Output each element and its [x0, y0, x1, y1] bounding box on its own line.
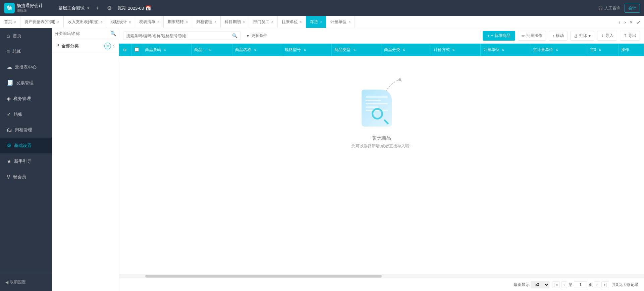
- prev-page-button[interactable]: ‹: [561, 281, 567, 288]
- tab-next-button[interactable]: ›: [623, 19, 627, 26]
- category-search-input[interactable]: [55, 31, 110, 36]
- left-panel: 🔍 ⠿ 全部分类 ✏ ‹: [52, 28, 119, 291]
- tab-tax[interactable]: 税表清单 ×: [135, 16, 164, 28]
- empty-illustration: [355, 76, 409, 130]
- account-button[interactable]: 会计: [625, 4, 640, 13]
- product-search-icon[interactable]: 🔍: [232, 33, 237, 38]
- tab-partner[interactable]: 往来单位 ×: [278, 16, 306, 28]
- sidebar-item-home[interactable]: ⌂ 首页: [0, 28, 52, 44]
- tab-close-all-button[interactable]: ×: [629, 19, 634, 26]
- tab-dept[interactable]: 部门员工 ×: [249, 16, 278, 28]
- tab-close-unit[interactable]: ×: [348, 20, 351, 24]
- col-category: 商品分类 ⇅: [381, 44, 431, 56]
- sort-type-icon[interactable]: ⇅: [353, 48, 356, 52]
- tab-period-end[interactable]: 期末结转 ×: [164, 16, 192, 28]
- sidebar-item-report[interactable]: ☁ 云报表中心: [0, 59, 52, 75]
- sidebar-item-invoice[interactable]: 🧾 发票管理: [0, 75, 52, 91]
- tab-close-archive[interactable]: ×: [214, 20, 216, 24]
- tab-close-subject[interactable]: ×: [243, 20, 245, 24]
- sort-barcode-icon[interactable]: ⇅: [163, 48, 166, 52]
- sort-unit-icon[interactable]: ⇅: [502, 48, 504, 52]
- settings-icon[interactable]: ⚙: [105, 4, 114, 12]
- add-icon: +: [487, 34, 490, 38]
- sort-spec-icon[interactable]: ⇅: [304, 48, 306, 52]
- sort-code-icon[interactable]: ⇅: [208, 48, 211, 52]
- page-label-pre: 第: [569, 282, 573, 288]
- sidebar-item-settle[interactable]: ✓ 结账: [0, 106, 52, 122]
- tab-close-inventory[interactable]: ×: [320, 20, 322, 24]
- tab-asset[interactable]: 资产负债表(中期) ×: [20, 16, 64, 28]
- calendar-icon[interactable]: 📅: [145, 5, 151, 11]
- import-icon: ⤓: [601, 34, 604, 38]
- tab-income[interactable]: 收入支出表(年报) ×: [64, 16, 107, 28]
- tab-close-home[interactable]: ×: [14, 20, 16, 24]
- tab-close-partner[interactable]: ×: [300, 20, 302, 24]
- inner-content: 🔍 ⠿ 全部分类 ✏ ‹ 🔍: [52, 28, 644, 291]
- table-container: ⚙ 商品条码 ⇅ 商品... ⇅: [119, 44, 644, 274]
- collapse-panel-button[interactable]: ‹: [113, 43, 115, 49]
- company-selector[interactable]: 基层工会测试 ▼: [58, 5, 90, 11]
- select-all-checkbox[interactable]: [135, 47, 139, 52]
- tab-close-template[interactable]: ×: [129, 20, 131, 24]
- page-number-input[interactable]: [574, 281, 587, 288]
- last-page-button[interactable]: ▸|: [601, 281, 609, 288]
- tab-expand-button[interactable]: ⤢: [635, 19, 642, 26]
- unpin-button[interactable]: ◀ 取消固定: [0, 277, 52, 288]
- col-action: 操作: [619, 44, 644, 56]
- filter-button[interactable]: ▼ 更多条件: [243, 32, 270, 40]
- basic-settings-icon: ⚙: [7, 142, 11, 149]
- category-search-icon[interactable]: 🔍: [110, 31, 116, 36]
- sort-price-mode-icon[interactable]: ⇅: [452, 48, 455, 52]
- tab-close-dept[interactable]: ×: [271, 20, 273, 24]
- col-main-unit: 主计量单位 ⇅: [530, 44, 587, 56]
- print-dropdown-icon: ▾: [589, 34, 591, 38]
- sort-main3-icon[interactable]: ⇅: [599, 48, 601, 52]
- toolbar-right: + + 新增商品 ✏ 批量操作 ↑ 移动 🖨: [483, 31, 640, 41]
- category-label: 全部分类: [61, 43, 79, 49]
- period-label: 账期: [118, 5, 126, 11]
- sidebar-item-archive[interactable]: 🗂 归档管理: [0, 122, 52, 138]
- col-settings[interactable]: ⚙: [119, 44, 131, 56]
- print-button[interactable]: 🖨 打印 ▾: [570, 31, 594, 41]
- horizontal-scrollbar[interactable]: [119, 274, 644, 278]
- category-edit-button[interactable]: ✏: [104, 43, 111, 49]
- tab-close-asset[interactable]: ×: [57, 20, 59, 24]
- tab-inventory[interactable]: 存货 ×: [306, 16, 326, 28]
- sort-name-icon[interactable]: ⇅: [254, 48, 257, 52]
- col-checkbox[interactable]: [131, 44, 142, 56]
- sidebar-item-ledger[interactable]: ≡ 总账: [0, 44, 52, 59]
- first-page-button[interactable]: |◂: [552, 281, 560, 288]
- batch-operation-button[interactable]: ✏ 批量操作: [518, 31, 546, 41]
- col-price-mode: 计价方式 ⇅: [431, 44, 480, 56]
- tab-archive[interactable]: 归档管理 ×: [192, 16, 221, 28]
- tab-prev-button[interactable]: ‹: [617, 19, 622, 26]
- customer-service-button[interactable]: 🎧 人工咨询: [598, 5, 621, 11]
- col-type: 商品类型 ⇅: [332, 44, 381, 56]
- empty-state: 暂无商品 您可以选择新增,或者直接导入哦~: [119, 56, 644, 169]
- tab-close-tax[interactable]: ×: [157, 20, 159, 24]
- sidebar-item-basic[interactable]: ⚙ 基础设置: [0, 138, 52, 153]
- tab-close-period-end[interactable]: ×: [186, 20, 188, 24]
- export-button[interactable]: ⤒ 导出: [620, 31, 640, 41]
- add-tab-button[interactable]: +: [94, 4, 101, 12]
- next-page-button[interactable]: ›: [594, 281, 600, 288]
- sort-category-icon[interactable]: ⇅: [402, 48, 405, 52]
- page-size-select[interactable]: 50 10 20 100: [531, 281, 549, 288]
- sidebar-item-guide[interactable]: ★ 新手引导: [0, 153, 52, 169]
- sidebar-item-member[interactable]: V 畅会员: [0, 169, 52, 185]
- search-box: 🔍: [123, 32, 240, 40]
- tab-unit[interactable]: 计量单位 ×: [326, 16, 355, 28]
- import-button[interactable]: ⤓ 导入: [597, 31, 617, 41]
- tab-subject[interactable]: 科目期初 ×: [221, 16, 249, 28]
- cloud-icon: ☁: [7, 64, 12, 70]
- sort-main-unit-icon[interactable]: ⇅: [555, 48, 558, 52]
- tab-close-income[interactable]: ×: [101, 20, 103, 24]
- tab-home[interactable]: 首页 ×: [0, 16, 20, 28]
- tab-template[interactable]: 模版设计 ×: [107, 16, 136, 28]
- product-search-input[interactable]: [126, 34, 230, 38]
- scroll-thumb[interactable]: [145, 275, 381, 278]
- logo-area: 畅 畅捷通好会计 旗舰版: [4, 3, 54, 13]
- add-product-button[interactable]: + + 新增商品: [483, 31, 515, 41]
- move-button[interactable]: ↑ 移动: [549, 31, 568, 41]
- sidebar-item-tax[interactable]: ◈ 税务管理: [0, 91, 52, 106]
